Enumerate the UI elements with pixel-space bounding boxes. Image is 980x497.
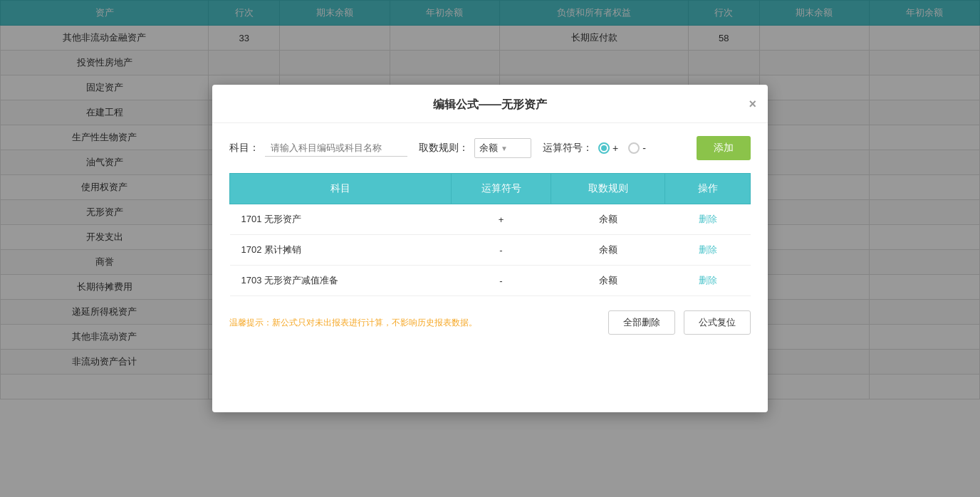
row2-action: 删除 xyxy=(665,235,751,266)
radio-plus[interactable]: + xyxy=(598,142,618,154)
radio-plus-circle xyxy=(598,142,610,154)
table-row: 1703 无形资产减值准备 - 余额 删除 xyxy=(230,266,751,296)
table-row: 1702 累计摊销 - 余额 删除 xyxy=(230,235,751,266)
row2-subject: 1702 累计摊销 xyxy=(230,235,452,266)
col-operator: 运算符号 xyxy=(452,174,551,204)
row1-action: 删除 xyxy=(665,204,751,235)
modal-table-wrapper: 科目 运算符号 取数规则 操作 1701 无形资产 + 余额 删除 1702 累… xyxy=(212,173,768,296)
reset-button[interactable]: 公式复位 xyxy=(684,310,751,335)
modal-title: 编辑公式——无形资产 xyxy=(433,98,547,110)
subject-input[interactable] xyxy=(265,140,407,157)
radio-plus-label: + xyxy=(612,142,618,154)
rule-value: 余额 xyxy=(479,142,498,155)
modal-overlay: 编辑公式——无形资产 × 科目： 取数规则： 余额 ▼ 运算符号： xyxy=(0,0,980,497)
modal-footer: 温馨提示：新公式只对未出报表进行计算，不影响历史报表数据。 全部删除 公式复位 xyxy=(212,296,768,342)
footer-buttons: 全部删除 公式复位 xyxy=(608,310,751,335)
table-row: 1701 无形资产 + 余额 删除 xyxy=(230,204,751,235)
dropdown-arrow-icon: ▼ xyxy=(501,145,508,152)
delete-row1-button[interactable]: 删除 xyxy=(699,214,717,224)
modal-dialog: 编辑公式——无形资产 × 科目： 取数规则： 余额 ▼ 运算符号： xyxy=(212,85,768,412)
row1-subject: 1701 无形资产 xyxy=(230,204,452,235)
subject-group: 科目： xyxy=(229,140,407,157)
subject-label: 科目： xyxy=(229,142,259,155)
delete-row2-button[interactable]: 删除 xyxy=(699,244,717,255)
delete-row3-button[interactable]: 删除 xyxy=(699,275,717,286)
row1-rule: 余额 xyxy=(551,204,665,235)
add-button[interactable]: 添加 xyxy=(697,136,751,160)
row3-rule: 余额 xyxy=(551,266,665,296)
col-rule: 取数规则 xyxy=(551,174,665,204)
delete-all-button[interactable]: 全部删除 xyxy=(608,310,675,335)
radio-minus-circle xyxy=(628,142,640,154)
row3-operator: - xyxy=(452,266,551,296)
col-subject: 科目 xyxy=(230,174,452,204)
radio-minus[interactable]: - xyxy=(628,142,646,154)
rule-group: 取数规则： 余额 ▼ xyxy=(419,138,531,158)
operator-label: 运算符号： xyxy=(543,142,593,155)
radio-group: + - xyxy=(598,142,646,154)
row3-subject: 1703 无形资产减值准备 xyxy=(230,266,452,296)
row2-rule: 余额 xyxy=(551,235,665,266)
row2-operator: - xyxy=(452,235,551,266)
hint-text: 温馨提示：新公式只对未出报表进行计算，不影响历史报表数据。 xyxy=(229,317,477,329)
operator-group: 运算符号： + - xyxy=(543,142,646,155)
modal-table: 科目 运算符号 取数规则 操作 1701 无形资产 + 余额 删除 1702 累… xyxy=(229,173,751,296)
radio-minus-label: - xyxy=(642,142,646,154)
rule-select[interactable]: 余额 ▼ xyxy=(474,138,531,158)
close-button[interactable]: × xyxy=(749,98,756,110)
row3-action: 删除 xyxy=(665,266,751,296)
form-row: 科目： 取数规则： 余额 ▼ 运算符号： + xyxy=(212,123,768,173)
col-action: 操作 xyxy=(665,174,751,204)
modal-header: 编辑公式——无形资产 × xyxy=(212,85,768,123)
rule-label: 取数规则： xyxy=(419,142,469,155)
row1-operator: + xyxy=(452,204,551,235)
